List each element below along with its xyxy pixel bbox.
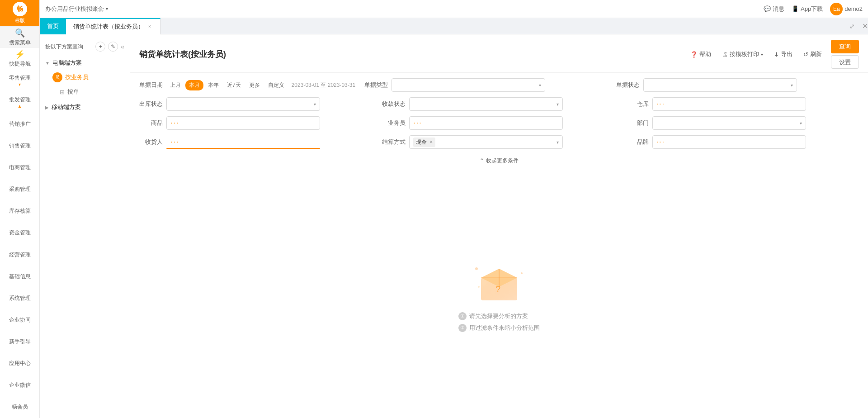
query-btn[interactable]: 查询 xyxy=(831,40,859,53)
brand-select[interactable]: ··· xyxy=(652,135,806,149)
logo-icon: 畅 xyxy=(13,2,27,16)
order-icon: ⊞ xyxy=(60,89,65,95)
sidebar-item-ecommerce[interactable]: 电商管理 xyxy=(0,157,40,179)
sidebar-item-marketing[interactable]: 营销推广 xyxy=(0,113,40,135)
filter-goods: 商品 ··· xyxy=(139,116,373,130)
goods-label: 商品 xyxy=(139,119,163,127)
right-panel: 销货单统计表(按业务员) ❓ 帮助 🖨 按模板打印 ⬇ 导出 xyxy=(130,34,868,418)
collapse-bar[interactable]: ⌃ 收起更多条件 xyxy=(139,154,859,167)
search-icon: 🔍 xyxy=(15,28,25,38)
sidebar-item-sales[interactable]: 销售管理 xyxy=(0,135,40,157)
export-icon: ⬇ xyxy=(774,51,779,58)
order-type-select[interactable]: ▾ xyxy=(392,78,545,92)
print-btn[interactable]: 🖨 按模板打印 xyxy=(718,48,767,60)
tree-sub-item-by-order[interactable]: ⊞ 按单 xyxy=(40,85,130,99)
sidebar-item-purchase[interactable]: 采购管理 xyxy=(0,179,40,200)
date-control: 上月 本月 本年 近7天 更多 自定义 2023-03-01 至 2023-03… xyxy=(166,80,355,90)
out-status-select[interactable]: ▾ xyxy=(166,97,320,111)
empty-tip-2: ② 用过滤条件来缩小分析范围 xyxy=(458,324,540,332)
help-btn[interactable]: ❓ 帮助 xyxy=(687,48,715,60)
sidebar-item-newguide[interactable]: 新手引导 xyxy=(0,331,40,353)
logo-text: 标版 xyxy=(15,17,25,24)
order-status-arrow: ▾ xyxy=(791,83,793,88)
date-tab-custom[interactable]: 自定义 xyxy=(264,80,288,90)
receiver-label: 收货人 xyxy=(139,138,163,146)
out-status-label: 出库状态 xyxy=(139,100,163,108)
goods-select[interactable]: ··· xyxy=(166,116,320,130)
sidebar-item-sysadmin[interactable]: 系统管理 xyxy=(0,287,40,309)
filter-out-status: 出库状态 ▾ xyxy=(139,97,373,111)
sidebar-item-inventory[interactable]: 库存核算 xyxy=(0,200,40,222)
filter-order-type: 单据类型 ▾ xyxy=(364,78,607,92)
filter-date: 单据日期 上月 本月 本年 近7天 更多 自定义 2023-03-01 至 20… xyxy=(139,80,355,90)
settlement-tag-remove[interactable]: × xyxy=(429,139,433,145)
tree-item-by-salesman[interactable]: 员 按业务员 xyxy=(40,70,130,85)
filter-row-3: 商品 ··· 业务员 ··· 部门 xyxy=(139,116,859,130)
export-btn[interactable]: ⬇ 导出 xyxy=(770,48,796,60)
settings-btn[interactable]: 设置 xyxy=(831,55,859,69)
filter-settlement: 结算方式 现金 × ▾ xyxy=(382,135,616,149)
app-download-btn[interactable]: 📱 App下载 xyxy=(792,5,823,13)
edit-scheme-btn[interactable]: ✎ xyxy=(108,42,118,52)
app-selector[interactable]: 办公用品行业模拟账套 ▾ xyxy=(45,5,108,13)
department-arrow: ▾ xyxy=(800,121,802,126)
sidebar-item-collab[interactable]: 企业协同 xyxy=(0,309,40,331)
sidebar-item-appcenter[interactable]: 应用中心 xyxy=(0,353,40,375)
close-window-btn[interactable]: ✕ xyxy=(862,22,868,30)
date-tab-7days[interactable]: 近7天 xyxy=(223,80,245,90)
settlement-arrow: ▾ xyxy=(557,140,559,145)
payment-status-select[interactable]: ▾ xyxy=(409,97,563,111)
page-header: 销货单统计表(按业务员) ❓ 帮助 🖨 按模板打印 ⬇ 导出 xyxy=(130,34,868,73)
tree-group-mobile-header[interactable]: ▶ 移动端方案 xyxy=(40,100,130,114)
settlement-select[interactable]: 现金 × ▾ xyxy=(409,135,563,149)
date-tab-more[interactable]: 更多 xyxy=(245,80,264,90)
sidebar-item-retail[interactable]: 零售管理 ▾ xyxy=(0,70,40,91)
message-btn[interactable]: 💬 消息 xyxy=(764,5,784,13)
sidebar-item-vip[interactable]: 畅会员 xyxy=(0,396,40,418)
date-tabs: 上月 本月 本年 近7天 更多 自定义 xyxy=(166,80,288,90)
receiver-input[interactable]: ··· xyxy=(166,135,320,149)
sidebar-item-search[interactable]: 🔍 搜索菜单 xyxy=(0,26,40,48)
sidebar-item-basicinfo[interactable]: 基础信息 xyxy=(0,266,40,287)
settlement-tag: 现金 × xyxy=(413,138,435,147)
svg-point-7 xyxy=(478,286,480,288)
date-tab-thismonth[interactable]: 本月 xyxy=(185,80,203,90)
topbar: 办公用品行业模拟账套 ▾ 💬 消息 📱 App下载 Ea demo2 xyxy=(40,0,868,18)
add-scheme-btn[interactable]: + xyxy=(95,42,105,52)
order-status-select[interactable]: ▾ xyxy=(643,78,797,92)
salesman-icon: 员 xyxy=(52,72,62,82)
sidebar-item-finance[interactable]: 资金管理 xyxy=(0,222,40,244)
svg-point-6 xyxy=(521,272,523,274)
salesman-label: 业务员 xyxy=(382,119,406,127)
page-actions: ❓ 帮助 🖨 按模板打印 ⬇ 导出 ↺ 刷新 xyxy=(687,40,859,69)
department-select[interactable]: ▾ xyxy=(652,116,806,130)
maximize-btn[interactable]: ⤢ xyxy=(844,23,860,30)
sidebar-logo[interactable]: 畅 标版 xyxy=(0,0,40,26)
tab-close-btn[interactable]: × xyxy=(146,24,153,30)
tree-group-pc-header[interactable]: ▼ 电脑端方案 xyxy=(40,56,130,70)
date-range: 2023-03-01 至 2023-03-31 xyxy=(292,81,355,89)
tab-active[interactable]: 销货单统计表（按业务员） × xyxy=(66,18,160,34)
empty-svg: ? xyxy=(472,260,526,305)
filter-brand: 品牌 ··· xyxy=(625,135,859,149)
empty-tips: ① 请先选择要分析的方案 ② 用过滤条件来缩小分析范围 xyxy=(458,312,540,332)
user-menu[interactable]: Ea demo2 xyxy=(830,3,863,15)
filter-row-1: 单据日期 上月 本月 本年 近7天 更多 自定义 2023-03-01 至 20… xyxy=(139,78,859,92)
tab-home[interactable]: 首页 xyxy=(40,18,66,34)
help-icon: ❓ xyxy=(690,51,698,58)
sidebar-item-wholesale[interactable]: 批发管理 ▲ xyxy=(0,91,40,113)
sidebar-item-operations[interactable]: 经营管理 xyxy=(0,244,40,266)
salesman-select[interactable]: ··· xyxy=(409,116,563,130)
collapse-panel-btn[interactable]: « xyxy=(121,43,124,50)
sidebar-item-corpwechat[interactable]: 企业微信 xyxy=(0,375,40,396)
refresh-btn[interactable]: ↺ 刷新 xyxy=(800,48,826,60)
payment-status-arrow: ▾ xyxy=(557,102,559,107)
tip2-num: ② xyxy=(458,324,467,332)
sidebar-item-quicknav[interactable]: ⚡ 快捷导航 xyxy=(0,48,40,70)
date-tab-thisyear[interactable]: 本年 xyxy=(204,80,222,90)
warehouse-select[interactable]: ··· xyxy=(652,97,806,111)
date-tab-lastmonth[interactable]: 上月 xyxy=(166,80,184,90)
sidebar: 畅 标版 🔍 搜索菜单 ⚡ 快捷导航 零售管理 ▾ 批发管理 ▲ 营销推广 销售… xyxy=(0,0,40,418)
quicknav-icon: ⚡ xyxy=(15,49,25,59)
department-label: 部门 xyxy=(625,119,649,127)
